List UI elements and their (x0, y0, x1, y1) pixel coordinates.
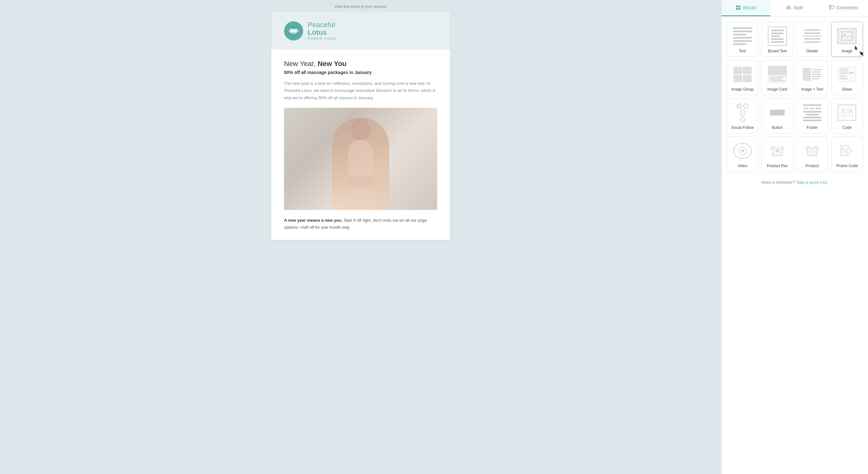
footer-icon (799, 103, 825, 122)
refresher-text: Need a refresher? Take a quick tour. (721, 177, 868, 191)
social-follow-icon: 𝕏 + f (730, 103, 755, 122)
logo-text: Peaceful Lotus Power Yoga (308, 21, 336, 40)
block-image-text[interactable]: Image + Text (797, 60, 828, 95)
boxed-text-icon (765, 27, 790, 45)
cursor-icon (855, 45, 858, 51)
share-icon (834, 65, 860, 84)
tab-blocks-label: Blocks (743, 5, 756, 10)
block-product-rec[interactable]: Product Rec (762, 136, 793, 171)
blocks-grid: Text Boxed Text (721, 17, 868, 177)
block-text[interactable]: Text (726, 22, 758, 57)
block-footer[interactable]: Footer (797, 98, 828, 133)
divider-icon (799, 27, 825, 45)
block-footer-label: Footer (807, 125, 818, 130)
block-button-label: Button (772, 125, 783, 130)
image-card-icon (765, 65, 790, 84)
block-video-label: Video (738, 164, 747, 168)
tab-style-label: Style (793, 5, 803, 10)
svg-text:%: % (845, 151, 847, 155)
block-boxed-text-label: Boxed Text (768, 49, 786, 53)
twitter-icon: 𝕏 (743, 103, 748, 108)
tab-comments[interactable]: Comments (819, 0, 868, 16)
block-share-label: Share (842, 87, 852, 92)
logo-title: Peaceful Lotus (308, 21, 336, 36)
image-icon (834, 27, 860, 45)
quick-tour-link[interactable]: Take a quick tour. (796, 180, 828, 185)
block-social-follow-label: Social Follow (731, 125, 754, 130)
block-boxed-text[interactable]: Boxed Text (762, 22, 793, 57)
product-rec-icon (765, 141, 790, 160)
instagram-icon (737, 103, 742, 108)
block-video[interactable]: Video (726, 136, 758, 171)
svg-rect-26 (738, 105, 740, 107)
block-image-text-label: Image + Text (801, 87, 823, 92)
svg-rect-24 (840, 76, 846, 77)
block-product-rec-label: Product Rec (767, 164, 788, 168)
email-preview-panel: View this email in your browser Peaceful (0, 0, 721, 474)
email-cta-text: A new year means a new you. Start if off… (284, 217, 437, 231)
svg-rect-28 (841, 109, 853, 117)
block-code-label: Code (842, 125, 852, 130)
block-share[interactable]: Share (831, 60, 863, 95)
svg-rect-20 (842, 32, 852, 40)
button-icon (765, 103, 790, 122)
block-image-group[interactable]: Image Group (726, 60, 758, 95)
promo-code-icon: % (834, 141, 860, 160)
email-card: Peaceful Lotus Power Yoga New Year, New … (271, 12, 450, 240)
email-paragraph: The new year is a time for reflection, r… (284, 80, 437, 101)
block-product[interactable]: Product (797, 136, 828, 171)
block-promo-code-label: Promo Code (836, 164, 858, 168)
block-product-label: Product (805, 164, 818, 168)
svg-rect-12 (736, 8, 738, 10)
logo-subtitle: Power Yoga (308, 37, 336, 40)
text-icon (730, 27, 755, 45)
view-in-browser-link[interactable]: View this email in your browser (0, 0, 721, 12)
blocks-panel: Blocks Style Comments (721, 0, 868, 474)
svg-rect-23 (840, 68, 848, 75)
svg-rect-25 (840, 78, 848, 80)
image-group-icon (730, 65, 755, 84)
email-image (284, 108, 437, 210)
block-image[interactable]: Image (831, 22, 863, 57)
image-text-icon (799, 65, 825, 84)
code-icon (834, 103, 860, 122)
svg-rect-11 (738, 5, 740, 7)
block-image-label: Image (842, 49, 852, 53)
logo-icon (284, 21, 303, 40)
block-promo-code[interactable]: % Promo Code (831, 136, 863, 171)
add-social-icon: + (739, 110, 746, 116)
product-icon (799, 141, 825, 160)
video-icon (730, 141, 755, 160)
block-code[interactable]: Code (831, 98, 863, 133)
svg-point-6 (292, 32, 294, 35)
svg-rect-17 (829, 5, 834, 9)
svg-point-7 (351, 119, 370, 141)
tab-style[interactable]: Style (770, 0, 819, 16)
svg-rect-13 (738, 8, 740, 10)
svg-rect-10 (736, 5, 738, 7)
email-header: Peaceful Lotus Power Yoga (271, 12, 450, 50)
email-body: New Year, New You 50% off all massage pa… (271, 50, 450, 240)
email-subheading: 50% off all massage packages in January (284, 70, 437, 75)
block-text-label: Text (739, 49, 746, 53)
block-divider[interactable]: Divider (797, 22, 828, 57)
svg-point-27 (739, 105, 740, 106)
panel-tabs: Blocks Style Comments (721, 0, 868, 17)
block-image-card[interactable]: Image Card (762, 60, 793, 95)
tab-comments-label: Comments (836, 5, 858, 10)
tab-blocks[interactable]: Blocks (721, 0, 770, 16)
email-heading: New Year, New You (284, 60, 437, 68)
block-image-group-label: Image Group (732, 87, 754, 92)
svg-point-9 (346, 175, 375, 188)
facebook-icon: f (740, 117, 745, 122)
svg-point-15 (789, 7, 791, 9)
svg-point-14 (786, 7, 788, 9)
block-image-card-label: Image Card (768, 87, 787, 92)
block-divider-label: Divider (806, 49, 818, 53)
block-button[interactable]: Button (762, 98, 793, 133)
block-social-follow[interactable]: 𝕏 + f Social Follow (726, 98, 758, 133)
